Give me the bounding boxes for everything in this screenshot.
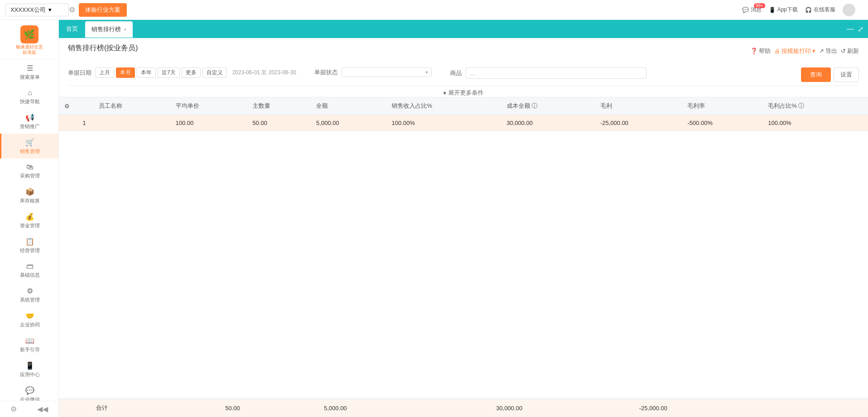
sidebar-item-marketing[interactable]: 📢 营销推广: [0, 109, 58, 134]
sidebar-item-newbie[interactable]: 📖 新手引导: [0, 332, 58, 357]
headset-icon: 🎧: [805, 7, 812, 13]
status-filter-label: 单据状态: [314, 68, 338, 77]
export-button[interactable]: ↗ 导出: [819, 47, 837, 55]
goods-select[interactable]: ...: [465, 67, 647, 79]
tab-sales-ranking[interactable]: 销售排行榜 ×: [85, 21, 133, 38]
sidebar-item-sales[interactable]: 🛒 销售管理: [0, 134, 58, 158]
sidebar-logo: 🌿 畅康通好生意标准版: [0, 20, 58, 59]
row-amount: 5,000.00: [311, 115, 386, 131]
date-btn-this-year[interactable]: 本年: [137, 67, 156, 78]
sidebar-item-label: 销售管理: [20, 148, 40, 155]
summary-label: 合计: [91, 399, 178, 417]
row-avg-price: 100.00: [170, 115, 247, 131]
tab-home[interactable]: 首页: [59, 20, 85, 38]
sidebar-item-label: 采购管理: [20, 173, 40, 179]
date-filter-group: 单据日期 上月 本月 本年 近7天 更多 自定义 2023-06-01 至 20…: [68, 67, 296, 78]
company-selector[interactable]: XXXXXX公司 ▾: [5, 4, 69, 16]
content-area: 首页 销售排行榜 × — ⤢ 销售排行榜(按业务员): [59, 20, 868, 417]
online-service-button[interactable]: 🎧 在线客服: [805, 6, 835, 14]
sidebar-item-apps[interactable]: 📱 应用中心: [0, 357, 58, 382]
inventory-icon: 📦: [25, 187, 34, 196]
basic-icon: 🗃: [26, 262, 34, 270]
help-button[interactable]: ❓ 帮助: [750, 47, 771, 55]
help-icon: ❓: [750, 48, 758, 54]
refresh-button[interactable]: ↺ 刷新: [841, 47, 859, 55]
sidebar-item-purchase[interactable]: 🛍 采购管理: [0, 158, 58, 183]
col-header-rank: [75, 97, 93, 115]
sidebar-item-label: 搜索菜单: [20, 74, 40, 81]
tab-close-icon[interactable]: ×: [124, 27, 126, 32]
summary-gross-rate: [784, 399, 826, 417]
page-content: 销售排行榜(按业务员) ❓ 帮助 🖨 按模板打印 ▾ ↗: [59, 38, 868, 417]
summary-empty-2: [72, 399, 91, 417]
summary-cost: 30,000.00: [491, 399, 634, 417]
app-download-button[interactable]: 📱 App下载: [769, 6, 798, 14]
date-btn-7days[interactable]: 近7天: [158, 67, 180, 78]
logo-icon: 🌿: [20, 25, 38, 43]
sidebar-settings-icon[interactable]: ⚙: [10, 405, 17, 413]
message-button[interactable]: 💬 消息 99+: [742, 6, 762, 14]
date-btn-more[interactable]: 更多: [182, 67, 201, 78]
data-table: ⚙ 员工名称 平均单价 主数量 全额 销售收入占比% 成本全额 ⓘ 毛利: [59, 97, 868, 131]
filter-section: 单据日期 上月 本月 本年 近7天 更多 自定义 2023-06-01 至 20…: [59, 63, 868, 97]
expand-more-btn[interactable]: ▾ 展开更多条件: [68, 86, 859, 97]
home-icon: ⌂: [28, 89, 32, 97]
sidebar-item-basic[interactable]: 🗃 基础信息: [0, 258, 58, 282]
goods-dots: ...: [470, 70, 643, 77]
query-button[interactable]: 查询: [801, 67, 831, 82]
sidebar-item-operation[interactable]: 📋 经营管理: [0, 233, 58, 258]
sidebar: 🌿 畅康通好生意标准版 ☰ 搜索菜单 ⌂ 快捷导航 📢 营销推广 🛒: [0, 20, 59, 417]
sidebar-item-label: 快捷导航: [20, 98, 40, 105]
filter-row: 单据日期 上月 本月 本年 近7天 更多 自定义 2023-06-01 至 20…: [68, 67, 859, 82]
date-btn-custom[interactable]: 自定义: [202, 67, 227, 78]
corp-icon: 🤝: [25, 312, 34, 320]
table-wrapper: ⚙ 员工名称 平均单价 主数量 全额 销售收入占比% 成本全额 ⓘ 毛利: [59, 97, 868, 417]
sidebar-item-weixin[interactable]: 💬 企业微信: [0, 382, 58, 401]
row-name: [93, 115, 170, 131]
col-header-avg-price: 平均单价: [170, 97, 247, 115]
chevron-down-icon: ▾: [443, 90, 446, 96]
sidebar-bottom: ⚙ ◀◀: [0, 401, 58, 417]
status-select[interactable]: ▾: [341, 67, 432, 77]
search-icon: ☰: [27, 64, 33, 72]
sidebar-item-label: 经营管理: [20, 247, 40, 254]
row-quantity: 50.00: [247, 115, 311, 131]
finance-icon: 💰: [25, 212, 34, 221]
sidebar-item-finance[interactable]: 💰 资金管理: [0, 208, 58, 233]
avatar[interactable]: [843, 4, 855, 16]
message-icon: 💬: [742, 7, 749, 13]
sidebar-item-inventory[interactable]: 📦 库存核算: [0, 183, 58, 208]
date-btn-this-month[interactable]: 本月: [116, 67, 135, 78]
col-header-name: 员工名称: [93, 97, 170, 115]
date-btn-last-month[interactable]: 上月: [95, 67, 114, 78]
summary-gross: -25,000.00: [633, 399, 784, 417]
page-header: 销售排行榜(按业务员) ❓ 帮助 🖨 按模板打印 ▾ ↗: [59, 38, 868, 63]
print-button[interactable]: 🖨 按模板打印 ▾: [774, 47, 815, 55]
trial-button[interactable]: 体验行业方案: [79, 3, 127, 17]
date-range-text: 2023-06-01 至 2023-06-30: [232, 69, 296, 77]
settings-icon[interactable]: ⚙: [69, 5, 75, 14]
logo-text: 畅康通好生意标准版: [16, 44, 43, 55]
col-header-settings[interactable]: ⚙: [59, 97, 75, 115]
maximize-icon[interactable]: ⤢: [858, 25, 863, 34]
sidebar-item-search[interactable]: ☰ 搜索菜单: [0, 59, 58, 84]
date-filter-label: 单据日期: [68, 69, 91, 77]
top-right-icons: 💬 消息 99+ 📱 App下载 🎧 在线客服: [742, 4, 863, 16]
row-gross-rate: -500.00%: [682, 115, 762, 131]
sidebar-collapse-icon[interactable]: ◀◀: [37, 405, 48, 413]
status-select-arrow: ▾: [426, 70, 428, 75]
settings-button[interactable]: 设置: [834, 67, 859, 82]
table-container: ⚙ 员工名称 平均单价 主数量 全额 销售收入占比% 成本全额 ⓘ 毛利: [59, 97, 868, 398]
row-sales-pct: 100.00%: [386, 115, 501, 131]
sidebar-item-shortcut[interactable]: ⌂ 快捷导航: [0, 84, 58, 109]
minimize-icon[interactable]: —: [847, 25, 854, 33]
sidebar-item-label: 营销推广: [20, 123, 40, 130]
goods-filter-group: 商品 ...: [450, 67, 647, 79]
system-icon: ⚙: [27, 287, 33, 295]
refresh-icon: ↺: [841, 48, 846, 54]
tab-home-label: 首页: [66, 25, 78, 33]
sidebar-item-system[interactable]: ⚙ 系统管理: [0, 282, 58, 307]
marketing-icon: 📢: [25, 113, 34, 122]
sidebar-item-label: 资金管理: [20, 222, 40, 229]
sidebar-item-corp[interactable]: 🤝 企业协同: [0, 307, 58, 332]
